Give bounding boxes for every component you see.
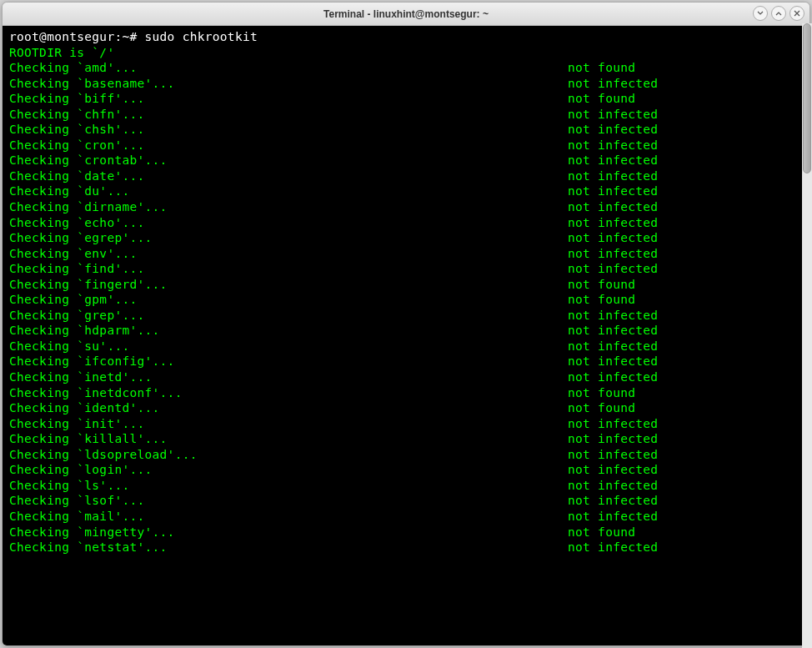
check-line: Checking `du'...not infected	[9, 183, 803, 199]
check-status: not infected	[568, 138, 658, 153]
check-label: Checking `mail'...	[9, 509, 568, 525]
check-status: not infected	[568, 493, 658, 509]
check-status: not infected	[568, 168, 658, 184]
check-line: Checking `hdparm'...not infected	[9, 323, 803, 339]
check-line: Checking `grep'...not infected	[9, 308, 803, 324]
check-label: Checking `env'...	[9, 246, 568, 262]
check-status: not infected	[568, 215, 658, 231]
check-line: Checking `netstat'...not infected	[9, 540, 803, 555]
check-line: Checking `lsof'...not infected	[9, 493, 803, 509]
check-status: not infected	[568, 261, 658, 277]
check-line: Checking `basename'...not infected	[9, 76, 803, 92]
close-button[interactable]	[789, 6, 804, 21]
check-line: Checking `crontab'...not infected	[9, 153, 803, 168]
check-status: not infected	[568, 323, 658, 339]
check-status: not found	[568, 292, 635, 308]
check-status: not infected	[568, 246, 658, 262]
check-line: Checking `fingerd'...not found	[9, 277, 803, 293]
check-label: Checking `gpm'...	[9, 292, 568, 308]
check-label: Checking `grep'...	[9, 308, 568, 324]
check-label: Checking `identd'...	[9, 400, 568, 416]
terminal-window: Terminal - linuxhint@montsegur: ~ root@m…	[2, 2, 810, 646]
check-status: not found	[568, 385, 635, 401]
check-line: Checking `amd'...not found	[9, 60, 803, 76]
check-label: Checking `date'...	[9, 168, 568, 184]
check-status: not infected	[568, 76, 658, 92]
titlebar: Terminal - linuxhint@montsegur: ~	[3, 3, 809, 26]
minimize-button[interactable]	[753, 6, 768, 21]
check-label: Checking `su'...	[9, 339, 568, 354]
check-status: not infected	[568, 478, 658, 494]
check-line: Checking `ifconfig'...not infected	[9, 354, 803, 369]
check-status: not found	[568, 400, 635, 416]
check-status: not found	[568, 91, 635, 107]
rootdir-line: ROOTDIR is `/'	[9, 45, 803, 61]
check-label: Checking `killall'...	[9, 431, 568, 447]
check-label: Checking `chsh'...	[9, 122, 568, 138]
check-status: not infected	[568, 122, 658, 138]
check-label: Checking `init'...	[9, 416, 568, 432]
check-line: Checking `inetdconf'...not found	[9, 385, 803, 401]
scrollbar-thumb[interactable]	[803, 23, 810, 173]
check-status: not infected	[568, 183, 658, 199]
check-line: Checking `echo'...not infected	[9, 215, 803, 231]
check-line: Checking `identd'...not found	[9, 400, 803, 416]
check-label: Checking `biff'...	[9, 91, 568, 107]
check-label: Checking `chfn'...	[9, 107, 568, 123]
check-line: Checking `killall'...not infected	[9, 431, 803, 447]
check-line: Checking `login'...not infected	[9, 462, 803, 478]
chevron-up-icon	[775, 10, 782, 17]
check-label: Checking `crontab'...	[9, 153, 568, 168]
check-status: not infected	[568, 462, 658, 478]
check-label: Checking `find'...	[9, 261, 568, 277]
check-status: not infected	[568, 540, 658, 555]
check-label: Checking `ifconfig'...	[9, 354, 568, 369]
window-controls	[753, 6, 804, 21]
check-status: not infected	[568, 416, 658, 432]
scrollbar[interactable]	[802, 23, 810, 646]
terminal-output[interactable]: root@montsegur:~# sudo chkrootkitROOTDIR…	[3, 26, 809, 645]
check-status: not infected	[568, 230, 658, 246]
check-status: not infected	[568, 199, 658, 215]
check-line: Checking `chfn'...not infected	[9, 107, 803, 123]
window-title: Terminal - linuxhint@montsegur: ~	[323, 8, 489, 20]
check-status: not found	[568, 60, 635, 76]
check-status: not infected	[568, 153, 658, 168]
check-label: Checking `login'...	[9, 462, 568, 478]
check-status: not infected	[568, 339, 658, 354]
check-line: Checking `ldsopreload'...not infected	[9, 447, 803, 463]
check-status: not infected	[568, 447, 658, 463]
check-line: Checking `find'...not infected	[9, 261, 803, 277]
check-line: Checking `mingetty'...not found	[9, 525, 803, 540]
check-line: Checking `cron'...not infected	[9, 138, 803, 153]
check-status: not infected	[568, 369, 658, 385]
check-status: not infected	[568, 509, 658, 525]
prompt-line: root@montsegur:~# sudo chkrootkit	[9, 29, 803, 45]
check-status: not infected	[568, 431, 658, 447]
check-label: Checking `basename'...	[9, 76, 568, 92]
check-line: Checking `gpm'...not found	[9, 292, 803, 308]
check-label: Checking `du'...	[9, 183, 568, 199]
check-line: Checking `ls'...not infected	[9, 478, 803, 494]
check-line: Checking `biff'...not found	[9, 91, 803, 107]
check-label: Checking `cron'...	[9, 138, 568, 153]
close-icon	[794, 10, 800, 17]
check-label: Checking `lsof'...	[9, 493, 568, 509]
check-status: not found	[568, 277, 635, 293]
check-label: Checking `hdparm'...	[9, 323, 568, 339]
check-status: not infected	[568, 107, 658, 123]
check-status: not found	[568, 525, 635, 540]
check-label: Checking `echo'...	[9, 215, 568, 231]
maximize-button[interactable]	[771, 6, 786, 21]
check-label: Checking `amd'...	[9, 60, 568, 76]
check-line: Checking `init'...not infected	[9, 416, 803, 432]
check-line: Checking `date'...not infected	[9, 168, 803, 184]
check-line: Checking `chsh'...not infected	[9, 122, 803, 138]
check-label: Checking `egrep'...	[9, 230, 568, 246]
check-label: Checking `netstat'...	[9, 540, 568, 555]
check-label: Checking `dirname'...	[9, 199, 568, 215]
check-status: not infected	[568, 354, 658, 369]
chevron-down-icon	[757, 10, 764, 17]
check-label: Checking `fingerd'...	[9, 277, 568, 293]
check-line: Checking `mail'...not infected	[9, 509, 803, 525]
